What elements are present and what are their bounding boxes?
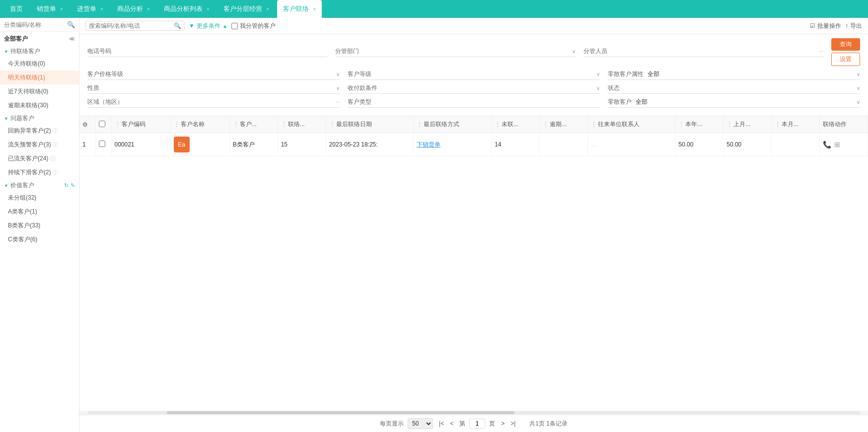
- sort-icon-8: ⋮: [543, 121, 549, 128]
- close-purchase-order-icon[interactable]: ×: [100, 6, 103, 12]
- nav-sales-order[interactable]: 销货单 ×: [31, 0, 69, 18]
- nav-home[interactable]: 首页: [4, 0, 29, 18]
- col-checkbox-header: [95, 116, 111, 133]
- phone-action-icon[interactable]: 📞: [823, 141, 831, 148]
- my-customers-checkbox-label: 我分管的客户: [231, 22, 276, 30]
- search-icon[interactable]: 🔍: [174, 22, 181, 29]
- page-size-label: 每页显示: [380, 420, 404, 428]
- problem-customers-section: 问题客户: [0, 112, 79, 124]
- region-field: 区域（地区） ···: [87, 98, 340, 108]
- content-area: 🔍 ▼ 更多条件 ▲ 我分管的客户 ☑ 批量操作 ↑ 导出: [79, 18, 868, 432]
- col-last-contact-method: ⋮最后联络方式: [413, 116, 491, 133]
- main-layout: 🔍 全部客户 ≪ 待联络客户 今天待联络(0) 明天待联络(1) 近7天待联络(…: [0, 18, 868, 432]
- sort-icon-10: ⋮: [678, 121, 684, 128]
- col-settings[interactable]: ⚙: [79, 116, 95, 133]
- bottom-pagination-bar: 每页显示 50 100 200 |< < 第 页 > >| 共1页 1条记录: [79, 415, 868, 432]
- lost-help-icon: ⓘ: [50, 155, 56, 161]
- row-last-contact-method: 下销货单: [413, 133, 491, 156]
- nav-product-analysis-list[interactable]: 商品分析列表 ×: [158, 0, 216, 18]
- value-customers-edit-icon[interactable]: ✎: [71, 182, 75, 189]
- customer-type-field: 客户类型: [348, 98, 600, 108]
- sidebar: 🔍 全部客户 ≪ 待联络客户 今天待联络(0) 明天待联络(1) 近7天待联络(…: [0, 18, 79, 432]
- region-label: 区域（地区）: [87, 98, 123, 106]
- table-header-row: ⚙ ⋮客户编码 ⋮客户名称 ⋮客户... ⋮联络... ⋮最后联络日期 ⋮最后联…: [79, 116, 868, 133]
- lost-risk-help-icon: ⓘ: [53, 142, 58, 147]
- row-customer-code: 000021: [111, 133, 170, 156]
- col-this-year: ⋮本年...: [675, 116, 723, 133]
- select-all-checkbox[interactable]: [99, 121, 105, 127]
- horizontal-scrollbar: [79, 411, 868, 415]
- prev-page-button[interactable]: <: [448, 419, 455, 428]
- my-customers-checkbox[interactable]: [231, 23, 238, 29]
- row-checkbox-cell: [95, 133, 111, 156]
- query-button[interactable]: 查询: [831, 38, 860, 51]
- export-button[interactable]: ↑ 导出: [845, 22, 862, 30]
- sidebar-class-a[interactable]: A类客户(1): [0, 205, 79, 218]
- gender-label: 性质: [87, 84, 99, 92]
- col-this-month: ⋮本月...: [772, 116, 820, 133]
- nav-purchase-order[interactable]: 进货单 ×: [71, 0, 109, 18]
- sidebar-today-contact[interactable]: 今天待联络(0): [0, 57, 79, 71]
- sidebar-class-c[interactable]: C类客户(6): [0, 232, 79, 246]
- row-last-contact-date: 2023-05-23 18:25:: [326, 133, 413, 156]
- manager-label: 分管人员: [583, 47, 607, 56]
- collapse-icon[interactable]: ≪: [69, 36, 75, 42]
- close-product-analysis-icon[interactable]: ×: [147, 6, 150, 12]
- row-checkbox[interactable]: [99, 141, 105, 147]
- retail-attr-label: 零散客户属性: [608, 70, 644, 78]
- close-customer-contact-icon[interactable]: ×: [313, 6, 316, 12]
- more-conditions-button[interactable]: ▼ 更多条件 ▲: [189, 22, 227, 30]
- sort-icon-7: ⋮: [495, 121, 501, 128]
- last-contact-method-link[interactable]: 下销货单: [417, 141, 440, 148]
- last-page-button[interactable]: >|: [508, 419, 517, 428]
- grid-action-icon[interactable]: ⊞: [834, 141, 840, 148]
- sidebar-continuous-decline[interactable]: 持续下滑客户(2) ⓘ: [0, 165, 79, 179]
- sidebar-search-area: 🔍: [0, 18, 79, 32]
- sort-icon-2: ⋮: [174, 121, 180, 128]
- scrollbar-thumb[interactable]: [167, 411, 514, 414]
- batch-operation-button[interactable]: ☑ 批量操作: [810, 22, 841, 30]
- sidebar-class-b[interactable]: B类客户(33): [0, 218, 79, 232]
- row-customer-type: B类客户: [229, 133, 278, 156]
- customer-level-field: 客户等级 ∨: [348, 70, 600, 80]
- sort-icon: ⋮: [115, 121, 121, 128]
- first-page-button[interactable]: |<: [437, 419, 446, 428]
- status-field: 状态 ∨: [608, 84, 860, 94]
- nav-customer-tiered[interactable]: 客户分层经营 ×: [217, 0, 275, 18]
- sidebar-tomorrow-contact[interactable]: 明天待联络(1): [0, 71, 79, 84]
- sidebar-repurchase-abnormal[interactable]: 回购异常客户(2) ⓘ: [0, 124, 79, 138]
- filter-right-actions: ☑ 批量操作 ↑ 导出: [810, 22, 862, 30]
- page-nav: |< < 第 页 > >|: [437, 419, 517, 429]
- page-size-select[interactable]: 50 100 200: [408, 418, 433, 429]
- value-customers-refresh-icon[interactable]: ↻: [64, 182, 69, 189]
- sidebar-week-contact[interactable]: 近7天待联络(0): [0, 84, 79, 98]
- retail-customer-value[interactable]: 全部: [636, 98, 855, 106]
- sort-icon-4: ⋮: [281, 121, 287, 128]
- all-customers-label: 全部客户: [4, 35, 28, 43]
- sidebar-lost[interactable]: 已流失客户(24) ⓘ: [0, 151, 79, 165]
- close-sales-order-icon[interactable]: ×: [60, 6, 63, 12]
- pending-contact-section: 待联络客户: [0, 45, 79, 57]
- close-product-analysis-list-icon[interactable]: ×: [207, 6, 210, 12]
- sidebar-unclassified[interactable]: 未分组(32): [0, 191, 79, 205]
- next-page-button[interactable]: >: [499, 419, 506, 428]
- sidebar-lost-risk[interactable]: 流失预警客户(3) ⓘ: [0, 138, 79, 151]
- value-customers-section: 价值客户 ↻ ✎: [0, 179, 79, 191]
- status-arrow-icon: ∨: [857, 85, 860, 91]
- nav-customer-contact[interactable]: 客户联络 ×: [277, 0, 322, 18]
- current-page-input[interactable]: [469, 419, 485, 429]
- dept-arrow-icon: ∨: [572, 49, 576, 54]
- sidebar-overdue-contact[interactable]: 逾期未联络(30): [0, 98, 79, 112]
- nav-product-analysis[interactable]: 商品分析 ×: [111, 0, 156, 18]
- settings-button[interactable]: 设置: [831, 53, 860, 66]
- sidebar-search-icon[interactable]: 🔍: [67, 21, 75, 28]
- search-input[interactable]: [89, 22, 174, 29]
- row-index: 1: [79, 133, 95, 156]
- row-this-year: 50.00: [675, 133, 723, 156]
- sidebar-search-input[interactable]: [4, 21, 67, 28]
- sort-icon-11: ⋮: [726, 121, 732, 128]
- retail-attr-value[interactable]: 全部: [648, 70, 855, 78]
- close-customer-tiered-icon[interactable]: ×: [266, 6, 269, 12]
- dept-label: 分管部门: [335, 47, 359, 56]
- col-customer-code: ⋮客户编码: [111, 116, 170, 133]
